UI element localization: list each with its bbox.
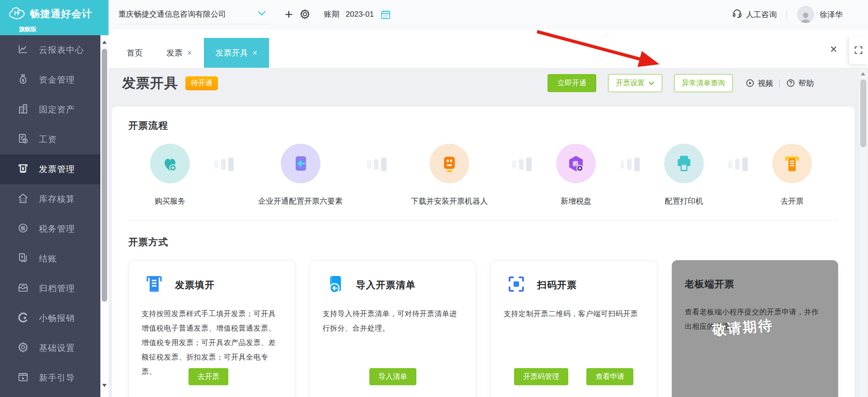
tab-close-icon[interactable]: ×: [253, 48, 258, 58]
flow-step-label: 企业开通配置开票六要素: [258, 196, 343, 206]
brand-cloud-icon: [8, 5, 26, 23]
sidebar-item-payroll[interactable]: 工资: [0, 125, 100, 154]
sidebar-item-fixed-assets[interactable]: 固定资产: [0, 95, 100, 125]
sidebar-item-closing[interactable]: 结账: [0, 244, 100, 274]
payroll-doc-icon: [17, 133, 29, 146]
brand-name: 畅捷通好会计: [30, 7, 92, 21]
activate-now-button[interactable]: 立即开通: [547, 74, 596, 92]
tab-label: 首页: [127, 47, 143, 58]
period-value[interactable]: 2023-01: [346, 10, 374, 19]
xiaochang-logo-icon: [17, 312, 29, 325]
card-scan-invoice[interactable]: 扫码开票 支持定制开票二维码，客户端可扫码开票 开票码管理 查看申请: [491, 260, 657, 397]
sidebar-item-invoices[interactable]: 发票管理: [0, 154, 100, 184]
gear-icon: [17, 341, 29, 355]
receipt-printer-icon: [772, 144, 812, 183]
video-guide-icon: [17, 371, 29, 385]
tax-seal-icon: 税: [17, 222, 29, 236]
card-import-list[interactable]: 导入开票清单 支持导入待开票清单，可对待开票清单进行拆分、合并处理。 导入清单: [310, 260, 476, 397]
logo-block: 畅捷通好会计 旗舰版: [0, 0, 108, 35]
headset-icon: [732, 8, 742, 21]
sidebar-item-onboarding[interactable]: 新手引导: [0, 363, 100, 393]
company-selector[interactable]: 重庆畅捷交通信息咨询有限公司: [118, 5, 270, 24]
sidebar-item-archive[interactable]: 归档管理: [0, 274, 100, 304]
sidebar-item-label: 结账: [39, 253, 57, 265]
chart-icon: [17, 43, 29, 57]
help-link[interactable]: 帮助: [786, 78, 814, 89]
sidebar-item-settings[interactable]: 基础设置: [0, 333, 100, 363]
flow-step-configure-elements[interactable]: 企业开通配置开票六要素: [258, 144, 343, 206]
warehouse-icon: [17, 192, 29, 206]
view-requests-button[interactable]: 查看申请: [586, 368, 633, 385]
calendar-icon[interactable]: [380, 9, 391, 20]
sidebar-item-expense[interactable]: 小畅报销: [0, 304, 100, 333]
flow-step-configure-printer[interactable]: 配置打印机: [664, 144, 704, 206]
tab-invoice-issuing[interactable]: 发票开具 ×: [204, 38, 269, 68]
scroll-up-arrow[interactable]: [102, 41, 107, 44]
sidebar-item-label: 资金管理: [39, 74, 75, 86]
fullscreen-icon: [854, 45, 863, 55]
scroll-thumb[interactable]: [860, 79, 866, 147]
flow-separator: [620, 158, 640, 171]
tab-close-icon[interactable]: ×: [187, 48, 192, 58]
svg-text:税: 税: [20, 225, 26, 231]
sidebar-item-inventory[interactable]: 库存核算: [0, 184, 100, 214]
video-link[interactable]: 视频: [745, 78, 773, 89]
sidebar-item-label: 小畅报销: [39, 313, 75, 324]
status-badge: 待开通: [185, 76, 218, 90]
play-circle-icon: [745, 79, 755, 88]
sidebar-item-label: 工资: [39, 134, 57, 145]
go-invoice-button[interactable]: 去开票: [189, 368, 228, 385]
money-bag-icon: [17, 73, 29, 87]
flow-step-label: 新增税盘: [561, 196, 591, 206]
tab-label: 发票开具: [216, 47, 248, 58]
heart-plus-icon: [150, 144, 190, 183]
scroll-thumb[interactable]: [102, 49, 107, 302]
main-scrollbar[interactable]: [859, 69, 867, 397]
flow-step-label: 购买服务: [155, 196, 185, 206]
topbar-divider: [787, 10, 787, 19]
content-panel: 开票流程 购买服务 企业开通配置开票六要素: [112, 107, 854, 397]
card-title: 发票填开: [175, 279, 215, 291]
flow-step-purchase[interactable]: 购买服务: [150, 144, 190, 206]
building-icon: [17, 103, 29, 117]
main-area: 首页 发票 × 发票开具 × 发票开具 待开通 立即开通 开票设置 异常清单查询: [108, 29, 868, 397]
question-circle-icon: [786, 79, 795, 88]
close-icon[interactable]: ×: [830, 43, 837, 56]
section-divider: [128, 220, 838, 220]
sidebar-item-label: 基础设置: [39, 342, 75, 354]
flow-step-add-tax-disk[interactable]: 税 新增税盘: [556, 144, 596, 206]
scroll-down-arrow[interactable]: [102, 384, 107, 387]
sidebar-item-label: 归档管理: [39, 283, 75, 294]
closing-books-icon: [17, 252, 29, 266]
tab-invoice[interactable]: 发票 ×: [155, 38, 204, 68]
sidebar-item-label: 发票管理: [39, 163, 75, 175]
card-description: 支持导入待开票清单，可对待开票清单进行拆分、合并处理。: [323, 307, 463, 336]
sidebar-scrollbar[interactable]: [100, 35, 108, 397]
sidebar-item-tax[interactable]: 税 税务管理: [0, 214, 100, 244]
add-company-button[interactable]: +: [285, 8, 293, 21]
sidebar-item-contact[interactable]: 联系客服: [0, 391, 100, 397]
live-support-link[interactable]: 人工咨询: [732, 8, 777, 21]
gear-icon[interactable]: [299, 9, 311, 20]
sidebar-item-funds[interactable]: 资金管理: [0, 65, 100, 95]
app-window: 重庆畅捷交通信息咨询有限公司 + 账期 2023-01: [0, 0, 868, 397]
fullscreen-button[interactable]: [849, 36, 868, 64]
sidebar-item-label: 税务管理: [39, 223, 75, 235]
invoice-fill-icon: [142, 271, 167, 299]
abnormal-list-button[interactable]: 异常清单查询: [674, 74, 733, 92]
flow-separator: [512, 158, 532, 171]
username[interactable]: 徐泽华: [820, 9, 843, 20]
card-manual-invoice[interactable]: 发票填开 支持按照发票样式手工填开发票；可开具增值税电子普通发票、增值税普通发票…: [128, 260, 295, 397]
scroll-up-arrow[interactable]: [861, 72, 865, 75]
flow-step-install-robot[interactable]: 下载并安装开票机器人: [411, 144, 488, 206]
sidebar-item-cloud-reports[interactable]: 云报表中心: [0, 35, 100, 65]
invoicing-flow: 购买服务 企业开通配置开票六要素: [128, 144, 838, 206]
invoice-settings-button[interactable]: 开票设置: [608, 74, 662, 92]
tab-home[interactable]: 首页: [115, 38, 155, 68]
video-label: 视频: [758, 78, 773, 89]
invoice-code-manage-button[interactable]: 开票码管理: [514, 368, 568, 385]
flow-step-go-invoice[interactable]: 去开票: [772, 144, 812, 206]
card-title: 扫码开票: [537, 279, 577, 291]
avatar[interactable]: [797, 6, 814, 23]
import-list-button[interactable]: 导入清单: [369, 368, 416, 385]
